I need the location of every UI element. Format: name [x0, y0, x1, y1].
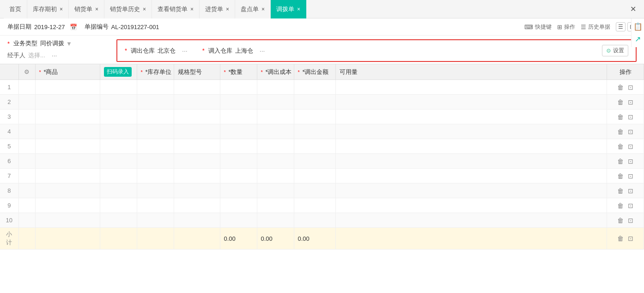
th-amount: * *调出金额 — [294, 64, 335, 80]
row-delete-btn[interactable]: 🗑 — [616, 113, 625, 121]
biz-type-arrow: ▼ — [66, 40, 72, 47]
history-icon: ☰ — [581, 24, 586, 31]
th-product: * *商品 — [35, 64, 100, 80]
row-delete-btn[interactable]: 🗑 — [616, 143, 625, 150]
row-no: 9 — [0, 198, 18, 213]
date-label: 单据日期 — [7, 23, 31, 31]
right-sidebar: 📋 ↗ — [631, 18, 644, 47]
tab-close-stocktake[interactable]: × — [261, 6, 265, 12]
tab-sales-order[interactable]: 销货单 × — [69, 0, 104, 18]
row-no: 5 — [0, 139, 18, 154]
row-delete-btn[interactable]: 🗑 — [616, 128, 625, 135]
operations-action[interactable]: ⊞ 操作 — [557, 23, 575, 31]
tab-sales-history[interactable]: 销货单历史 × — [104, 0, 152, 18]
tab-close-transfer[interactable]: × — [297, 6, 300, 12]
tab-purchase-order[interactable]: 进货单 × — [200, 0, 235, 18]
row-copy-btn[interactable]: ⊡ — [626, 187, 635, 195]
warehouse-out-required: * — [125, 47, 127, 54]
row-copy-btn[interactable]: ⊡ — [626, 217, 635, 224]
row-delete-btn[interactable]: 🗑 — [616, 187, 625, 195]
tab-close-sales-order[interactable]: × — [95, 6, 98, 12]
warehouse-in-value[interactable]: 上海仓 — [235, 47, 253, 55]
row-copy-btn[interactable]: ⊡ — [626, 158, 635, 165]
date-value[interactable]: 2019-12-27 — [34, 24, 65, 31]
subtotal-cost: 0.00 — [257, 228, 294, 250]
row-copy-btn[interactable]: ⊡ — [626, 143, 635, 150]
table-row: 10 🗑 ⊡ — [0, 213, 644, 228]
warehouse-out-value[interactable]: 北京仓 — [158, 47, 176, 55]
biz-type-value: 同价调拨 — [40, 39, 64, 48]
tab-inventory-init[interactable]: 库存期初 × — [27, 0, 69, 18]
view-toggle-list[interactable]: ☰ — [616, 22, 626, 31]
contact-value[interactable]: 选择... — [28, 51, 45, 60]
warehouse-in-field: * 调入仓库 上海仓 ··· — [202, 47, 265, 55]
settings-btn[interactable]: ⚙ 设置 — [602, 45, 628, 56]
row-no: 10 — [0, 213, 18, 228]
contact-row: 经手人 选择... ··· — [7, 51, 109, 60]
tab-view-sales[interactable]: 查看销货单 × — [152, 0, 200, 18]
header-actions: ⌨ 快捷键 ⊞ 操作 ☰ 历史单据 ☰ ⊞ — [524, 22, 637, 31]
main-form-row: * 业务类型 同价调拨 ▼ 经手人 选择... ··· * 调出仓库 — [0, 36, 644, 64]
sidebar-doc-icon[interactable]: 📋 — [633, 22, 643, 31]
subtotal-label: 小计 — [0, 228, 18, 250]
tab-close-inventory-init[interactable]: × — [60, 6, 63, 12]
row-copy-btn[interactable]: ⊡ — [626, 202, 635, 209]
row-copy-btn[interactable]: ⊡ — [626, 84, 635, 91]
shortcuts-action[interactable]: ⌨ 快捷键 — [524, 23, 552, 31]
row-delete-btn[interactable]: 🗑 — [616, 98, 625, 106]
table-row: 9 🗑 ⊡ — [0, 198, 644, 213]
table-header-row: ⚙ * *商品 扫码录入 * *库存单位 — [0, 64, 644, 80]
table-row: 4 🗑 ⊡ — [0, 124, 644, 139]
th-available: 可用量 — [335, 64, 607, 80]
table-row: 8 🗑 ⊡ — [0, 183, 644, 198]
date-field: 单据日期 2019-12-27 📅 — [7, 23, 77, 31]
row-copy-btn[interactable]: ⊡ — [626, 113, 635, 121]
sidebar-expand-icon[interactable]: ↗ — [635, 35, 641, 43]
tab-close-purchase-order[interactable]: × — [226, 6, 229, 12]
row-delete-btn[interactable]: 🗑 — [616, 172, 625, 180]
gear-icon[interactable]: ⚙ — [24, 68, 30, 75]
subtotal-delete-btn[interactable]: 🗑 — [616, 235, 625, 242]
row-copy-btn[interactable]: ⊡ — [626, 98, 635, 106]
tab-stocktake[interactable]: 盘点单 × — [235, 0, 271, 18]
docno-label: 单据编号 — [85, 23, 109, 31]
tab-close-sales-history[interactable]: × — [143, 6, 146, 12]
row-no: 1 — [0, 80, 18, 95]
subtotal-amount: 0.00 — [294, 228, 335, 250]
biz-type-label: 业务类型 — [13, 39, 37, 48]
row-delete-btn[interactable]: 🗑 — [616, 84, 625, 91]
tab-close-view-sales[interactable]: × — [190, 6, 194, 12]
warehouse-in-required: * — [202, 47, 205, 54]
warehouse-out-more-btn[interactable]: ··· — [182, 47, 188, 55]
table-row: 2 🗑 ⊡ — [0, 95, 644, 110]
table-row: 3 🗑 ⊡ — [0, 110, 644, 124]
history-action[interactable]: ☰ 历史单据 — [581, 23, 610, 31]
row-delete-btn[interactable]: 🗑 — [616, 202, 625, 209]
contact-more-btn[interactable]: ··· — [52, 52, 57, 59]
table-row: 6 🗑 ⊡ — [0, 154, 644, 169]
th-scan: 扫码录入 — [100, 64, 137, 80]
row-delete-btn[interactable]: 🗑 — [616, 158, 625, 165]
row-delete-btn[interactable]: 🗑 — [616, 217, 625, 224]
settings-gear-icon: ⚙ — [606, 48, 611, 54]
contact-label: 经手人 — [7, 51, 25, 60]
tab-home[interactable]: 首页 — [4, 0, 27, 18]
row-no: 3 — [0, 110, 18, 124]
scan-button[interactable]: 扫码录入 — [104, 67, 132, 77]
subtotal-copy-btn[interactable]: ⊡ — [626, 235, 635, 242]
warehouse-in-more-btn[interactable]: ··· — [260, 47, 265, 55]
row-copy-btn[interactable]: ⊡ — [626, 128, 635, 135]
warehouse-in-label: 调入仓库 — [208, 47, 232, 55]
th-qty: * *数量 — [220, 64, 257, 80]
shortcuts-icon: ⌨ — [524, 24, 533, 31]
warehouse-out-field: * 调出仓库 北京仓 ··· — [125, 47, 188, 55]
th-spec: 规格型号 — [174, 64, 220, 80]
docno-value: AL-20191227-001 — [111, 24, 159, 31]
row-copy-btn[interactable]: ⊡ — [626, 172, 635, 180]
window-close-button[interactable]: ✕ — [626, 2, 640, 17]
th-gear[interactable]: ⚙ — [18, 64, 35, 80]
row-no: 6 — [0, 154, 18, 169]
calendar-icon[interactable]: 📅 — [70, 24, 77, 31]
tab-transfer[interactable]: 调拨单 × — [271, 0, 306, 18]
biz-type-select[interactable]: 同价调拨 ▼ — [40, 39, 77, 48]
